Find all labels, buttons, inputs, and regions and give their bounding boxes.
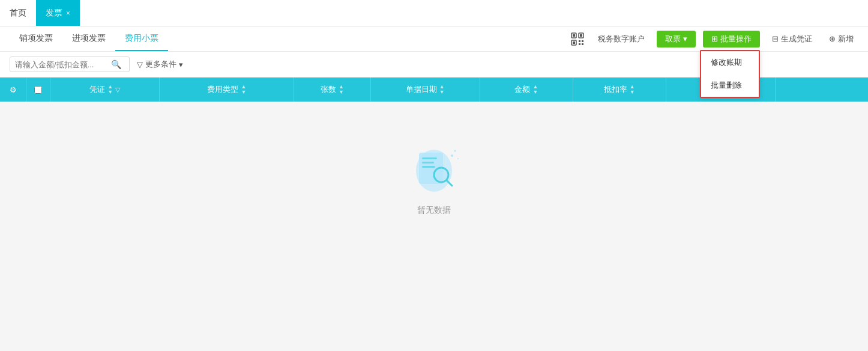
- qr-icon[interactable]: [569, 31, 586, 47]
- th-voucher[interactable]: 凭证 ▲▼ ▽: [50, 78, 160, 102]
- select-all-checkbox[interactable]: [34, 86, 42, 94]
- more-filters-button[interactable]: ▽ 更多条件 ▾: [137, 59, 183, 70]
- empty-illustration: [404, 138, 464, 198]
- sort-icon: ▲▼: [107, 84, 113, 95]
- sort-icon: ▲▼: [339, 84, 344, 95]
- search-icon: 🔍: [111, 60, 121, 69]
- svg-point-17: [451, 154, 453, 157]
- svg-rect-9: [582, 43, 583, 45]
- th-extra: [776, 78, 868, 102]
- home-tab[interactable]: 首页: [0, 0, 36, 26]
- close-icon[interactable]: ×: [66, 9, 70, 17]
- th-deduction-rate[interactable]: 抵扣率 ▲▼: [573, 78, 666, 102]
- th-checkbox[interactable]: [26, 78, 50, 102]
- tax-digital-button[interactable]: 税务数字账户: [593, 34, 649, 44]
- svg-point-19: [457, 158, 459, 159]
- tab-expense[interactable]: 费用小票: [115, 26, 168, 51]
- sort-icon: ▲▼: [241, 84, 246, 95]
- svg-rect-7: [582, 40, 583, 42]
- batch-delete-item[interactable]: 批量删除: [701, 74, 759, 97]
- invoice-tab-label: 发票: [46, 8, 62, 19]
- batch-icon: ⊞: [711, 34, 718, 43]
- svg-rect-6: [579, 40, 580, 42]
- batch-operation-container: ⊞ 批量操作 修改账期 批量删除: [703, 31, 760, 47]
- tab-sales[interactable]: 销项发票: [10, 26, 62, 51]
- filter-icon[interactable]: ▽: [115, 86, 120, 94]
- batch-dropdown-menu: 修改账期 批量删除: [700, 50, 760, 98]
- filter-icon: ▽: [137, 60, 143, 69]
- svg-point-18: [454, 150, 456, 152]
- svg-rect-13: [422, 162, 434, 163]
- sub-tabs-right: 税务数字账户 取票 ▾ ⊞ 批量操作 修改账期 批量删除 ⊟ 生成凭证: [569, 31, 858, 47]
- plus-icon: ⊕: [829, 34, 836, 43]
- sort-icon: ▲▼: [439, 84, 445, 95]
- svg-rect-12: [422, 157, 437, 159]
- svg-rect-1: [573, 34, 575, 37]
- svg-rect-5: [573, 41, 575, 44]
- modify-period-item[interactable]: 修改账期: [701, 51, 759, 74]
- search-input[interactable]: [15, 60, 111, 69]
- take-ticket-button[interactable]: 取票 ▾: [657, 31, 696, 47]
- svg-rect-14: [422, 166, 435, 168]
- svg-rect-3: [580, 34, 582, 37]
- sub-tabs-bar: 销项发票 进项发票 费用小票 税务数字账户: [0, 26, 868, 52]
- gear-icon: ⚙: [10, 85, 17, 94]
- th-date[interactable]: 单据日期 ▲▼: [371, 78, 480, 102]
- th-count[interactable]: 张数 ▲▼: [294, 78, 370, 102]
- top-nav: 首页 发票 ×: [0, 0, 868, 26]
- generate-voucher-button[interactable]: ⊟ 生成凭证: [767, 34, 817, 44]
- voucher-icon: ⊟: [772, 34, 779, 43]
- sub-tabs-left: 销项发票 进项发票 费用小票: [10, 26, 168, 51]
- sort-icon: ▲▼: [630, 84, 635, 95]
- th-settings[interactable]: ⚙: [0, 78, 26, 102]
- sort-icon: ▲▼: [532, 84, 538, 95]
- batch-operation-button[interactable]: ⊞ 批量操作: [703, 31, 760, 47]
- th-expense-type[interactable]: 费用类型 ▲▼: [160, 78, 294, 102]
- invoice-tab[interactable]: 发票 ×: [36, 0, 80, 26]
- add-button[interactable]: ⊕ 新增: [824, 34, 858, 44]
- svg-rect-8: [579, 43, 580, 45]
- th-amount[interactable]: 金额 ▲▼: [480, 78, 573, 102]
- empty-state: 暂无数据: [0, 102, 868, 240]
- search-input-wrap[interactable]: 🔍: [10, 56, 130, 72]
- empty-text: 暂无数据: [417, 205, 451, 216]
- chevron-down-icon: ▾: [179, 60, 183, 69]
- tab-input[interactable]: 进项发票: [62, 26, 115, 51]
- home-label: 首页: [10, 8, 26, 19]
- chevron-down-icon: ▾: [683, 34, 687, 43]
